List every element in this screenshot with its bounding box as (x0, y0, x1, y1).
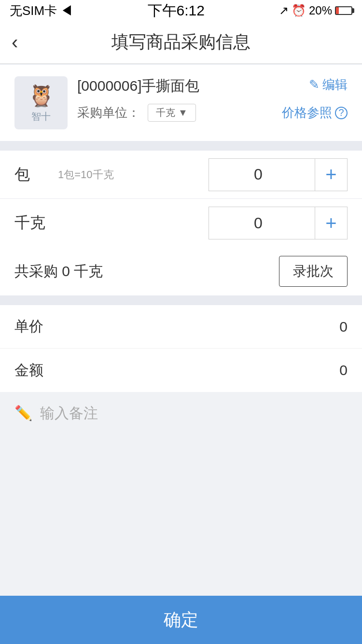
amount-label: 金额 (14, 361, 339, 380)
pencil-icon: ✏️ (14, 405, 32, 421)
price-section: 单价 0 金额 0 (0, 305, 362, 392)
kg-input[interactable] (209, 207, 315, 239)
amount-value: 0 (339, 362, 348, 378)
kg-input-row: 千克 + (0, 199, 362, 247)
kg-plus-button[interactable]: + (315, 207, 348, 239)
unit-label: 采购单位： (77, 104, 140, 121)
status-bar: 无SIM卡 ◀ 下午6:12 ↗ ⏰ 20% (0, 0, 362, 21)
product-logo-icon: 🦉 (28, 83, 55, 108)
alarm-icon: ⏰ (292, 4, 306, 17)
remark-area[interactable]: ✏️ 输入备注 (0, 392, 362, 450)
back-button[interactable]: ‹ (12, 31, 18, 53)
product-card: 🦉 智十 [0000006]手撕面包 采购单位： 千克 ▼ 价格参照 ? ✎ 编… (0, 65, 362, 141)
unit-price-value: 0 (339, 319, 348, 335)
amount-row: 金额 0 (0, 349, 362, 392)
nav-bar: ‹ 填写商品采购信息 (0, 21, 362, 64)
product-info: [0000006]手撕面包 采购单位： 千克 ▼ 价格参照 ? (77, 76, 348, 122)
brand-label: 智十 (31, 110, 51, 123)
unit-dropdown-icon: ▼ (178, 107, 188, 118)
unit-value: 千克 (156, 106, 175, 119)
status-time: 下午6:12 (148, 1, 205, 21)
edit-icon: ✎ (309, 77, 320, 92)
product-unit-row: 采购单位： 千克 ▼ 价格参照 ? (77, 104, 348, 122)
section-separator-2 (0, 295, 362, 305)
kg-input-wrap: + (209, 207, 348, 239)
status-left: 无SIM卡 ◀ (10, 2, 73, 19)
product-name: [0000006]手撕面包 (77, 76, 348, 96)
unit-price-row: 单价 0 (0, 305, 362, 349)
total-row: 共采购 0 千克 录批次 (0, 247, 362, 295)
total-label: 共采购 0 千克 (14, 262, 279, 281)
bao-sublabel: 1包=10千克 (58, 168, 114, 182)
confirm-button[interactable]: 确定 (0, 596, 362, 644)
price-reference-button[interactable]: 价格参照 ? (282, 104, 348, 121)
location-icon: ↗ (279, 4, 289, 17)
record-batch-button[interactable]: 录批次 (279, 256, 348, 287)
bao-plus-button[interactable]: + (315, 158, 348, 191)
status-right: ↗ ⏰ 20% (279, 4, 352, 17)
bao-input-wrap: + (209, 158, 348, 191)
edit-label: 编辑 (322, 76, 348, 93)
sim-status: 无SIM卡 ◀ (10, 2, 73, 19)
bao-input[interactable] (209, 158, 315, 191)
battery-icon (335, 6, 352, 15)
price-ref-label: 价格参照 (282, 104, 332, 121)
kg-label: 千克 (14, 212, 53, 234)
bao-input-row: 包 1包=10千克 + (0, 151, 362, 199)
section-separator-1 (0, 141, 362, 151)
unit-select[interactable]: 千克 ▼ (148, 104, 196, 122)
battery-level: 20% (309, 4, 332, 17)
remark-placeholder: 输入备注 (40, 404, 98, 423)
content-background (0, 450, 362, 595)
bao-label: 包 (14, 164, 53, 185)
page-title: 填写商品采购信息 (111, 30, 251, 54)
edit-button[interactable]: ✎ 编辑 (309, 76, 348, 93)
quantity-section: 包 1包=10千克 + 千克 + (0, 151, 362, 247)
help-icon: ? (335, 107, 348, 119)
product-thumbnail: 🦉 智十 (14, 76, 68, 129)
unit-price-label: 单价 (14, 317, 339, 336)
